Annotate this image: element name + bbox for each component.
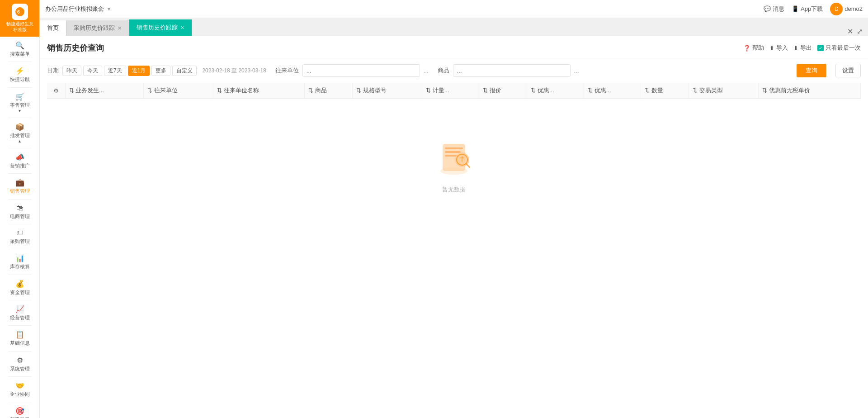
col-header-quantity[interactable]: ⇅ 数量 [641,83,689,99]
col-header-quote_price[interactable]: ⇅ 报价 [479,83,527,99]
message-btn[interactable]: 💬 消息 [764,5,784,13]
col-sort-partner_name[interactable]: ⇅ 往来单位名称 [217,86,259,95]
col-sort-discount2[interactable]: ⇅ 优惠... [588,86,611,95]
new-guide-label: 新手引导 [10,416,30,418]
retail-mgmt-arrow-icon: ▾ [19,108,21,113]
product-dots[interactable]: ... [574,67,579,74]
settings-col-icon[interactable]: ⚙ [53,87,59,94]
col-sort-discount1[interactable]: ⇅ 优惠... [531,86,554,95]
partner-filter-label: 往来单位 [275,66,299,75]
col-header-discount2[interactable]: ⇅ 优惠... [584,83,641,99]
sidebar-item-basic-info[interactable]: 📋 基础信息 [8,326,32,351]
col-sort-partner_code[interactable]: ⇅ 往来单位 [147,86,178,95]
sidebar-item-sales-mgmt[interactable]: 💼 销售管理 [8,174,32,199]
settings-button[interactable]: 设置 [835,64,861,77]
app-download-btn[interactable]: 📱 App下载 [792,5,823,13]
col-sort-product[interactable]: ⇅ 商品 [308,86,327,95]
sidebar-item-wholesale-mgmt[interactable]: 📦 批发管理 ▴ [8,118,32,148]
export-btn[interactable]: ⬇ 导出 [793,44,812,52]
close-tab-sales-history[interactable]: ✕ [180,25,184,31]
import-label: 导入 [776,44,788,52]
help-btn[interactable]: ❓ 帮助 [743,44,764,52]
sidebar-item-purchase-mgmt[interactable]: 🏷 采购管理 [8,224,32,249]
main-area: 办公用品行业模拟账套 ▾ 💬 消息 📱 App下载 D demo2 首页 采购历… [40,0,868,418]
only-last-checkbox[interactable]: ✓ 只看最后一次 [817,44,861,52]
col-header-partner_code[interactable]: ⇅ 往来单位 [144,83,213,99]
tab-sales-history[interactable]: 销售历史价跟踪 ✕ [129,19,192,36]
col-header-spec[interactable]: ⇅ 规格型号 [353,83,422,99]
partner-filter-group: 往来单位 ... [275,64,429,77]
col-header-product[interactable]: ⇅ 商品 [305,83,353,99]
partner-dots[interactable]: ... [424,67,429,74]
retail-mgmt-label: 零售管理 [10,102,30,108]
sidebar-item-ops-mgmt[interactable]: 📈 经营管理 [8,300,32,326]
col-sort-biz_date[interactable]: ⇅ 业务发生... [69,86,104,95]
wholesale-mgmt-arrow-icon: ▴ [19,138,21,143]
page-header: 销售历史价查询 ❓ 帮助 ⬆ 导入 ⬇ 导出 ✓ 只看最后一次 [40,36,868,58]
col-header-pre_tax_price[interactable]: ⇅ 优惠前无税单价 [759,83,861,99]
close-tab-purchase-history[interactable]: ✕ [118,25,122,31]
query-button[interactable]: 查询 [797,64,826,77]
col-sort-quote_price[interactable]: ⇅ 报价 [483,86,501,95]
date-option-5[interactable]: 自定义 [172,66,197,76]
tab-purchase-history[interactable]: 采购历史价跟踪 ✕ [66,20,129,36]
col-header-unit[interactable]: ⇅ 计量... [422,83,479,99]
col-sort-unit[interactable]: ⇅ 计量... [426,86,449,95]
quick-nav-icon: ⚡ [15,66,24,75]
filter-bar: 日期 昨天今天近7天近1月更多自定义 2023-02-18 至 2023-03-… [40,58,868,83]
sidebar-item-system-mgmt[interactable]: ⚙ 系统管理 [8,352,32,377]
import-btn[interactable]: ⬆ 导入 [769,44,788,52]
date-option-3[interactable]: 近1月 [128,66,150,76]
date-option-0[interactable]: 昨天 [62,66,81,76]
col-header-discount1[interactable]: ⇅ 优惠... [527,83,584,99]
close-tab-btn[interactable]: ✕ [847,27,853,36]
sidebar-item-retail-mgmt[interactable]: 🛒 零售管理 ▾ [8,88,32,118]
topbar-right: 💬 消息 📱 App下载 D demo2 [764,3,863,15]
product-input[interactable] [453,64,571,77]
col-header-settings: ⚙ [47,83,65,99]
col-sort-trade_type[interactable]: ⇅ 交易类型 [693,86,723,95]
empty-state: 暂无数据 [47,99,861,230]
sidebar-item-quick-nav[interactable]: ⚡ 快捷导航 [8,62,32,87]
date-option-2[interactable]: 近7天 [104,66,126,76]
enterprise-coop-icon: 🤝 [15,381,24,390]
enterprise-coop-label: 企业协同 [10,391,30,397]
table-header-row: ⚙⇅ 业务发生...⇅ 往来单位⇅ 往来单位名称⇅ 商品⇅ 规格型号⇅ 计量..… [47,83,861,99]
col-sort-quantity[interactable]: ⇅ 数量 [645,86,663,95]
page-actions: ❓ 帮助 ⬆ 导入 ⬇ 导出 ✓ 只看最后一次 [743,44,861,52]
finance-mgmt-icon: 💰 [15,280,24,288]
sidebar-item-inventory-mgmt[interactable]: 📊 库存核算 [8,249,32,275]
col-header-biz_date[interactable]: ⇅ 业务发生... [65,83,144,99]
partner-input[interactable] [302,64,420,77]
sidebar-item-enterprise-coop[interactable]: 🤝 企业协同 [8,377,32,402]
sidebar-item-finance-mgmt[interactable]: 💰 资金管理 [8,275,32,300]
product-filter-label: 商品 [438,66,449,75]
col-sort-spec[interactable]: ⇅ 规格型号 [356,86,387,95]
topbar-title: 办公用品行业模拟账套 [45,5,104,13]
finance-mgmt-label: 资金管理 [10,289,30,295]
sidebar-item-ecommerce-mgmt[interactable]: 🛍 电商管理 [8,200,32,224]
logo-icon: 6 [12,4,28,20]
message-label: 消息 [773,5,784,13]
date-option-4[interactable]: 更多 [151,66,170,76]
sidebar: 6 畅捷通好生意 标准版 🔍 搜索菜单 ⚡ 快捷导航 🛒 零售管理 ▾ 📦 批发… [0,0,40,418]
col-header-trade_type[interactable]: ⇅ 交易类型 [689,83,759,99]
user-info[interactable]: D demo2 [830,3,863,15]
expand-btn[interactable]: ⤢ [857,27,863,36]
sidebar-item-marketing[interactable]: 📣 营销推广 [8,148,32,174]
tab-home[interactable]: 首页 [40,20,66,36]
col-header-partner_name[interactable]: ⇅ 往来单位名称 [213,83,305,99]
svg-text:6: 6 [17,10,20,14]
col-sort-pre_tax_price[interactable]: ⇅ 优惠前无税单价 [762,86,810,95]
inventory-mgmt-label: 库存核算 [10,263,30,270]
app-logo[interactable]: 6 畅捷通好生意 标准版 [0,0,39,37]
product-filter-group: 商品 ... [438,64,579,77]
dropdown-icon[interactable]: ▾ [108,6,110,12]
sidebar-item-search-menu[interactable]: 🔍 搜索菜单 [8,37,32,62]
export-label: 导出 [800,44,812,52]
inventory-mgmt-icon: 📊 [15,254,24,262]
date-option-1[interactable]: 今天 [83,66,102,76]
new-guide-icon: 🎯 [15,407,24,415]
purchase-mgmt-icon: 🏷 [16,229,24,237]
sidebar-item-new-guide[interactable]: 🎯 新手引导 [8,402,32,418]
